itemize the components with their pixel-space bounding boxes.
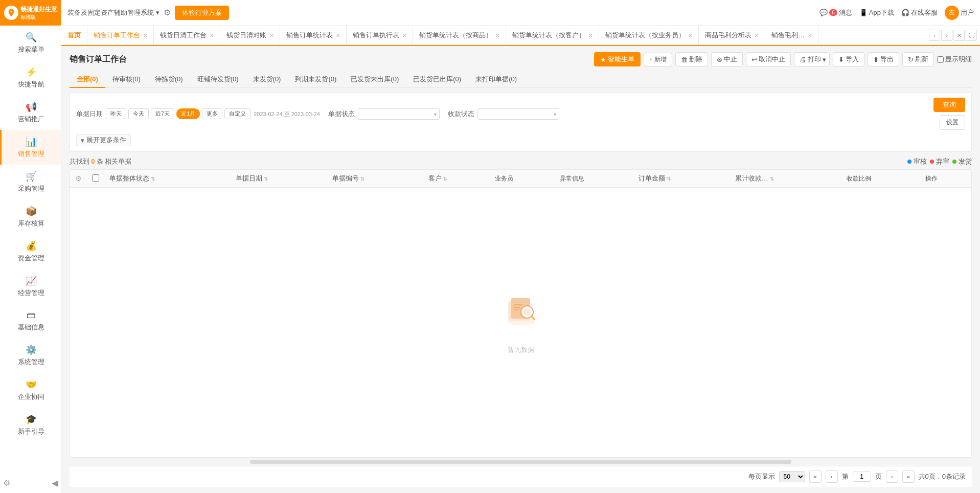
- sub-tab-待拣货[interactable]: 待拣货(0): [148, 72, 190, 88]
- tab-sale-staff[interactable]: 销货单统计表（按业务员）✕: [599, 26, 699, 45]
- stop-btn[interactable]: ⊗ 中止: [711, 52, 743, 66]
- sidebar-item-nav[interactable]: ⚡快捷导航: [0, 60, 61, 95]
- th-订单金额[interactable]: 订单金额: [633, 170, 730, 188]
- sidebar-item-sales[interactable]: 📊销售管理: [0, 130, 61, 165]
- scroll-thumb[interactable]: [250, 460, 791, 464]
- new-btn[interactable]: + 新增: [644, 53, 672, 66]
- app-download-item[interactable]: 📱 App下载: [859, 8, 894, 17]
- tab-prev-btn[interactable]: ‹: [929, 30, 940, 41]
- sub-tab-已发货已出库[interactable]: 已发货已出库(0): [406, 72, 468, 88]
- tab-close-reconcile[interactable]: ✕: [269, 33, 274, 38]
- date-btn-今天[interactable]: 今天: [128, 108, 149, 119]
- print-btn[interactable]: 🖨 打印 ▾: [794, 52, 830, 66]
- sidebar-item-operation[interactable]: 📈经营管理: [0, 269, 61, 304]
- date-btn-近7天[interactable]: 近7天: [151, 108, 174, 119]
- trial-btn[interactable]: 体验行业方案: [175, 6, 229, 20]
- th-累计收款…[interactable]: 累计收款…: [730, 170, 841, 188]
- th-单据编号[interactable]: 单据编号: [327, 170, 423, 188]
- sort-累计收款…[interactable]: 累计收款…: [735, 174, 836, 183]
- sort-单据日期[interactable]: 单据日期: [236, 174, 322, 183]
- th-单据日期[interactable]: 单据日期: [231, 170, 327, 188]
- first-page-btn[interactable]: «: [809, 470, 822, 483]
- sub-tab-旺铺待发货[interactable]: 旺铺待发货(0): [190, 72, 246, 88]
- sidebar-item-inventory[interactable]: 📦库存核算: [0, 199, 61, 234]
- tab-reconcile[interactable]: 钱货日清对账✕: [220, 26, 280, 45]
- tab-sale-customer[interactable]: 销货单统计表（按客户）✕: [506, 26, 599, 45]
- detail-checkbox-input[interactable]: [937, 56, 944, 63]
- sort-单据整体状态[interactable]: 单据整体状态: [109, 174, 225, 183]
- sidebar-item-collab[interactable]: 🤝企业协同: [0, 373, 61, 408]
- th-单据整体状态[interactable]: 单据整体状态: [104, 170, 231, 188]
- tab-next-btn[interactable]: ›: [941, 30, 952, 41]
- date-btn-昨天[interactable]: 昨天: [106, 108, 126, 119]
- tab-close-all-btn[interactable]: ✕: [953, 30, 965, 41]
- set-btn[interactable]: 设置: [940, 115, 965, 130]
- sub-tab-待审核[interactable]: 待审核(0): [105, 72, 148, 88]
- sidebar-item-search[interactable]: 🔍搜索菜单: [0, 26, 61, 60]
- prev-page-btn[interactable]: ‹: [826, 470, 838, 483]
- sidebar-item-guide[interactable]: 🎓新手引导: [0, 408, 61, 442]
- date-btn-近1月[interactable]: 近1月: [176, 108, 200, 119]
- query-btn[interactable]: 查询: [933, 98, 965, 112]
- user-item[interactable]: 友 用户: [945, 6, 974, 20]
- show-detail-checkbox[interactable]: 显示明细: [937, 55, 972, 64]
- sidebar-item-finance[interactable]: 💰资金管理: [0, 234, 61, 269]
- sort-订单金额[interactable]: 订单金额: [639, 174, 724, 183]
- sub-tab-已发货未出库[interactable]: 已发货未出库(0): [344, 72, 406, 88]
- online-service-item[interactable]: 🎧 在线客服: [901, 8, 938, 17]
- th-客户[interactable]: 客户: [423, 170, 489, 188]
- audit-btn[interactable]: 审核: [907, 157, 927, 166]
- refresh-btn[interactable]: ↻ 刷新: [902, 52, 934, 66]
- tab-close-cash-clear[interactable]: ✕: [210, 33, 214, 38]
- expand-btn[interactable]: ▾ 展开更多条件: [76, 134, 131, 146]
- tab-stats[interactable]: 销售订单统计表✕: [280, 26, 347, 45]
- horizontal-scrollbar[interactable]: [70, 460, 972, 464]
- collapse-icon[interactable]: ◀: [52, 478, 58, 488]
- tab-close-sale-staff[interactable]: ✕: [688, 33, 692, 38]
- tab-sale-margin[interactable]: 销售毛利…✕: [765, 26, 818, 45]
- tab-cash-clear[interactable]: 钱货日清工作台✕: [154, 26, 220, 45]
- tab-close-sale-customer[interactable]: ✕: [588, 33, 592, 38]
- sub-tab-未发货[interactable]: 未发货(0): [246, 72, 288, 88]
- sub-tab-未打印单据[interactable]: 未打印单据(0): [468, 72, 524, 88]
- sub-tab-到期未发货[interactable]: 到期未发货(0): [288, 72, 344, 88]
- next-page-btn[interactable]: ›: [886, 470, 898, 483]
- column-settings-icon[interactable]: ⚙: [75, 174, 82, 183]
- page-size-select[interactable]: 102050100: [779, 471, 805, 482]
- message-icon-item[interactable]: 💬 6 消息: [819, 8, 852, 17]
- settings-icon[interactable]: ⚙: [3, 478, 10, 488]
- date-btn-自定义[interactable]: 自定义: [224, 108, 250, 119]
- tab-profit[interactable]: 商品毛利分析表✕: [699, 26, 765, 45]
- tab-close-sales-order[interactable]: ✕: [143, 33, 147, 38]
- tab-sale-goods[interactable]: 销货单统计表（按商品）✕: [413, 26, 506, 45]
- sidebar-item-purchase[interactable]: 🛒采购管理: [0, 165, 61, 199]
- tab-close-sale-goods[interactable]: ✕: [495, 33, 499, 38]
- payment-select[interactable]: [477, 108, 559, 120]
- gear-icon[interactable]: ⚙: [164, 8, 171, 17]
- tab-close-stats[interactable]: ✕: [336, 33, 340, 38]
- cancel-audit-btn[interactable]: 弃审: [930, 157, 949, 166]
- tab-sales-order[interactable]: 销售订单工作台✕: [87, 26, 154, 46]
- deliver-btn[interactable]: 发货: [952, 157, 972, 166]
- export-btn[interactable]: ⬆ 导出: [868, 52, 899, 66]
- select-all-checkbox[interactable]: [92, 174, 99, 182]
- tab-exec[interactable]: 销售订单执行表✕: [347, 26, 413, 45]
- tab-home[interactable]: 首页: [61, 26, 87, 45]
- date-btn-更多[interactable]: 更多: [202, 108, 222, 119]
- tab-maximize-btn[interactable]: ⛶: [966, 30, 977, 41]
- system-title-dropdown[interactable]: 装备及固定资产辅助管理系统 ▾: [67, 8, 159, 17]
- delete-btn[interactable]: 🗑 删除: [675, 52, 708, 66]
- sort-单据编号[interactable]: 单据编号: [332, 174, 418, 183]
- tab-close-sale-margin[interactable]: ✕: [808, 33, 812, 38]
- sidebar-item-marketing[interactable]: 📢营销推广: [0, 95, 61, 130]
- cancel-stop-btn[interactable]: ↩ 取消中止: [746, 52, 791, 66]
- sub-tab-全部[interactable]: 全部(0): [70, 72, 105, 88]
- tab-close-exec[interactable]: ✕: [402, 33, 406, 38]
- tab-close-profit[interactable]: ✕: [755, 33, 759, 38]
- page-number-input[interactable]: [853, 472, 871, 482]
- sort-客户[interactable]: 客户: [428, 174, 484, 183]
- sidebar-item-basic[interactable]: 🗃基础信息: [0, 304, 61, 338]
- smart-order-btn[interactable]: ★ 智能生单: [594, 52, 641, 66]
- import-btn[interactable]: ⬇ 导入: [833, 52, 864, 66]
- status-select[interactable]: [358, 108, 440, 120]
